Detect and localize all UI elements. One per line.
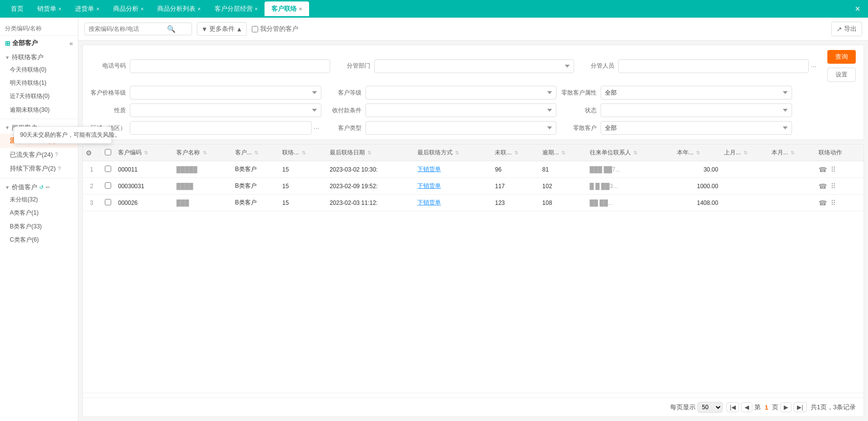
- arrow-down-icon: ▼: [5, 55, 10, 60]
- col-last-date: 最后联络日期 ⇅: [327, 145, 414, 161]
- close-icon[interactable]: ×: [299, 6, 302, 12]
- row-last-method[interactable]: 下销货单: [414, 161, 492, 178]
- filter-status-label: 状态: [561, 106, 601, 115]
- prev-page-button[interactable]: ◀: [741, 402, 752, 412]
- close-all-button[interactable]: ×: [851, 4, 864, 14]
- filter-payment-select[interactable]: [365, 103, 557, 117]
- export-button[interactable]: ↗ 导出: [831, 22, 862, 36]
- contact-action-icon[interactable]: ☎: [819, 166, 827, 173]
- contact-action-icon[interactable]: ☎: [819, 182, 827, 190]
- top-nav: 首页 销货单 × 进货单 × 商品分析 × 商品分析列表 × 客户分层经营 × …: [0, 0, 868, 18]
- close-icon[interactable]: ×: [141, 6, 144, 12]
- table-row: 2 00030031 ████ B类客户 15 2023-02-09 19:52…: [83, 178, 864, 195]
- filter-nature-select[interactable]: [130, 103, 321, 117]
- row-contact2: ██ ██...: [587, 195, 674, 211]
- sidebar-section-value[interactable]: ▼ 价值客户 ↺ ✏: [0, 180, 78, 193]
- contact-action-icon[interactable]: ☎: [819, 199, 827, 207]
- home-tab[interactable]: 首页: [4, 1, 30, 16]
- row-select[interactable]: [105, 199, 111, 205]
- filter-retail-attr-select[interactable]: 全部: [601, 86, 792, 99]
- filter-price-level-label: 客户价格等级: [91, 89, 130, 97]
- filter-region-input[interactable]: [130, 121, 312, 135]
- sidebar-item-ungrouped[interactable]: 未分组(32): [0, 193, 78, 206]
- setting-button[interactable]: 设置: [827, 68, 856, 82]
- filter-phone-input[interactable]: [130, 59, 330, 73]
- filter-customer-level: 客户等级: [326, 86, 557, 99]
- sort-icon: ⇅: [367, 150, 371, 155]
- sidebar-item-churned[interactable]: 已流失客户(24) ?: [0, 148, 78, 162]
- col-last-method: 最后联络方式 ⇅: [414, 145, 492, 161]
- filter-retail-attr: 零散客户属性 全部: [561, 86, 792, 99]
- more-action-icon[interactable]: ⠿: [831, 166, 836, 173]
- tab-purchase[interactable]: 进货单 ×: [68, 1, 106, 16]
- sidebar-item-a-class[interactable]: A类客户(1): [0, 206, 78, 220]
- my-customers-checkbox[interactable]: 我分管的客户: [252, 25, 298, 33]
- row-action: ☎ ⠿: [816, 195, 864, 211]
- filter-status-select[interactable]: [601, 103, 792, 117]
- row-last-method[interactable]: 下销货单: [414, 178, 492, 195]
- sidebar-item-today[interactable]: 今天待联络(0): [0, 63, 78, 76]
- customer-table: ⚙ 客户编码 ⇅ 客户名称 ⇅ 客户... ⇅ 联络... ⇅ 最后联络日期 ⇅: [83, 145, 864, 211]
- sidebar-item-7days[interactable]: 近7天待联络(0): [0, 90, 78, 103]
- settings-icon-wrap[interactable]: ⚙: [86, 149, 97, 157]
- query-button[interactable]: 查询: [827, 50, 856, 64]
- tab-customer-contact[interactable]: 客户联络 ×: [265, 1, 309, 16]
- close-icon[interactable]: ×: [58, 6, 61, 12]
- action-icons: ☎ ⠿: [819, 166, 861, 173]
- filter-retail-customer-label: 零散客户: [561, 124, 601, 132]
- row-name: █████: [173, 161, 232, 178]
- sidebar-item-overdue[interactable]: 逾期未联络(30): [0, 103, 78, 117]
- sidebar-item-declining[interactable]: 持续下滑客户(2) ?: [0, 162, 78, 176]
- sidebar-all-customers[interactable]: ⊞ 全部客户 «: [0, 36, 78, 50]
- row-last-month: [721, 161, 769, 178]
- next-page-button[interactable]: ▶: [780, 402, 792, 412]
- more-action-icon[interactable]: ⠿: [831, 182, 836, 190]
- filter-price-level-select[interactable]: [130, 86, 321, 99]
- tab-sales[interactable]: 销货单 ×: [30, 1, 68, 16]
- select-all-checkbox[interactable]: [105, 149, 111, 155]
- row-last-method[interactable]: 下销货单: [414, 195, 492, 211]
- sidebar-item-b-class[interactable]: B类客户(33): [0, 220, 78, 233]
- sidebar-item-c-class[interactable]: C类客户(6): [0, 233, 78, 247]
- tab-product-analysis-list[interactable]: 商品分析列表 ×: [150, 1, 207, 16]
- tab-customer-layer[interactable]: 客户分层经营 ×: [208, 1, 265, 16]
- row-select[interactable]: [105, 182, 111, 189]
- close-icon[interactable]: ×: [197, 6, 200, 12]
- table-area: ⚙ 客户编码 ⇅ 客户名称 ⇅ 客户... ⇅ 联络... ⇅ 最后联络日期 ⇅: [82, 144, 864, 417]
- first-page-button[interactable]: |◀: [726, 402, 739, 412]
- row-contact2: ███ ██7...: [587, 161, 674, 178]
- search-icon[interactable]: 🔍: [167, 25, 175, 33]
- col-settings: ⚙: [83, 145, 100, 161]
- search-input[interactable]: [89, 25, 167, 32]
- sort-icon: ⇅: [633, 150, 637, 155]
- more-icon-region[interactable]: ···: [312, 124, 321, 132]
- row-year-amt: 1408.00: [674, 195, 722, 211]
- more-icon-person[interactable]: ···: [809, 62, 819, 70]
- filter-row-4: 区域（地区） ··· 客户类型 零散客户 全部: [91, 121, 856, 135]
- row-contact: 15: [279, 161, 327, 178]
- filter-retail-customer-select[interactable]: 全部: [601, 121, 792, 135]
- col-checkbox: [100, 145, 115, 161]
- row-this-month: [769, 161, 816, 178]
- last-page-button[interactable]: ▶|: [794, 402, 806, 412]
- sidebar-search[interactable]: 🔍: [0, 22, 78, 36]
- close-icon[interactable]: ×: [255, 6, 258, 12]
- sidebar-section-pending[interactable]: ▼ 待联络客户: [0, 50, 78, 63]
- tab-product-analysis[interactable]: 商品分析 ×: [106, 1, 150, 16]
- table-row: 1 000011 █████ B类客户 15 2023-03-02 10:30:…: [83, 161, 864, 178]
- table-wrap: ⚙ 客户编码 ⇅ 客户名称 ⇅ 客户... ⇅ 联络... ⇅ 最后联络日期 ⇅: [83, 145, 864, 393]
- filter-person-input[interactable]: [618, 59, 809, 73]
- sidebar-item-tomorrow[interactable]: 明天待联络(1): [0, 76, 78, 90]
- my-customers-check[interactable]: [252, 26, 258, 32]
- filter-dept-select[interactable]: [374, 59, 575, 73]
- more-action-icon[interactable]: ⠿: [831, 199, 836, 207]
- filter-customer-level-select[interactable]: [365, 86, 557, 99]
- per-page-select[interactable]: 50 100 200: [698, 402, 723, 413]
- filter-payment-label: 收付款条件: [326, 106, 365, 115]
- bottom-scrollbar[interactable]: [83, 393, 864, 397]
- filter-customer-type-select[interactable]: [365, 121, 557, 135]
- close-icon[interactable]: ×: [96, 6, 99, 12]
- row-select[interactable]: [105, 166, 111, 172]
- sidebar-search-input[interactable]: [5, 25, 78, 32]
- more-conditions-button[interactable]: ▼ 更多条件 ▲: [197, 22, 247, 36]
